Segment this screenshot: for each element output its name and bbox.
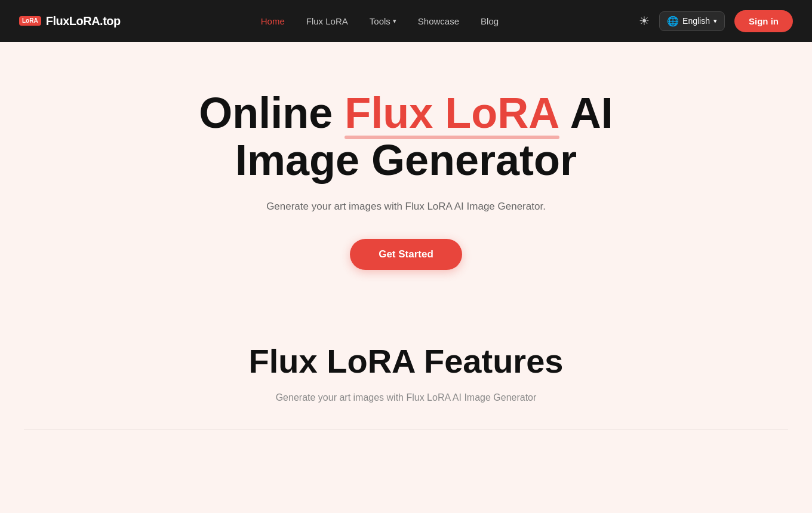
nav-showcase[interactable]: Showcase [418, 16, 459, 26]
language-selector[interactable]: 🌐 English ▾ [659, 11, 725, 31]
logo-badge: LoRA [19, 16, 41, 26]
chevron-down-icon: ▾ [393, 17, 396, 25]
brand: LoRA FluxLoRA.top [19, 14, 121, 28]
hero-section: Online Flux LoRA AIImage Generator Gener… [0, 42, 812, 306]
nav-links: Home Flux LoRA Tools ▾ Showcase Blog [261, 16, 499, 26]
logo-text: FluxLoRA.top [46, 14, 121, 28]
get-started-button[interactable]: Get Started [350, 239, 462, 270]
nav-tools-dropdown[interactable]: Tools ▾ [370, 16, 396, 26]
nav-home[interactable]: Home [261, 16, 285, 26]
theme-toggle-button[interactable]: ☀ [639, 14, 650, 28]
features-subtitle: Generate your art images with Flux LoRA … [276, 390, 537, 406]
features-section: Flux LoRA Features Generate your art ima… [0, 306, 812, 454]
nav-right: ☀ 🌐 English ▾ Sign in [639, 10, 793, 32]
sign-in-button[interactable]: Sign in [734, 10, 793, 32]
features-title: Flux LoRA Features [249, 342, 564, 380]
logo-flux: FluxLoRA [46, 14, 100, 27]
language-label: English [682, 16, 710, 26]
hero-title-highlight: Flux LoRA [345, 90, 559, 137]
sun-icon: ☀ [639, 14, 650, 28]
globe-icon: 🌐 [667, 16, 679, 27]
lang-chevron-icon: ▾ [713, 17, 717, 25]
hero-subtitle: Generate your art images with Flux LoRA … [266, 198, 546, 214]
hero-title-prefix: Online [199, 89, 345, 137]
navbar: LoRA FluxLoRA.top Home Flux LoRA Tools ▾… [0, 0, 812, 42]
nav-blog[interactable]: Blog [481, 16, 499, 26]
nav-tools-label: Tools [370, 16, 390, 26]
section-divider [24, 429, 788, 429]
nav-flux-lora[interactable]: Flux LoRA [306, 16, 348, 26]
logo-dot-top: .top [100, 14, 121, 27]
hero-title: Online Flux LoRA AIImage Generator [199, 90, 613, 184]
